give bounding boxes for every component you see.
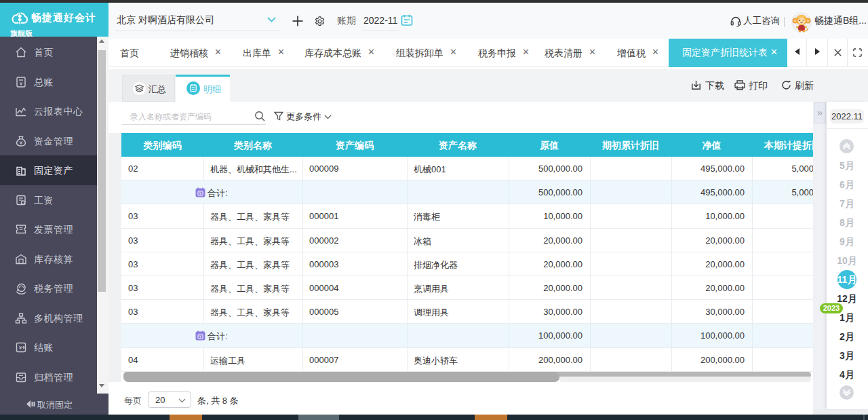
svg-text:¥: ¥ — [199, 191, 201, 195]
svg-text:¥: ¥ — [20, 81, 22, 85]
svg-text:¥: ¥ — [199, 335, 201, 339]
svg-text:¥: ¥ — [19, 139, 23, 145]
svg-text:¥: ¥ — [19, 345, 22, 351]
